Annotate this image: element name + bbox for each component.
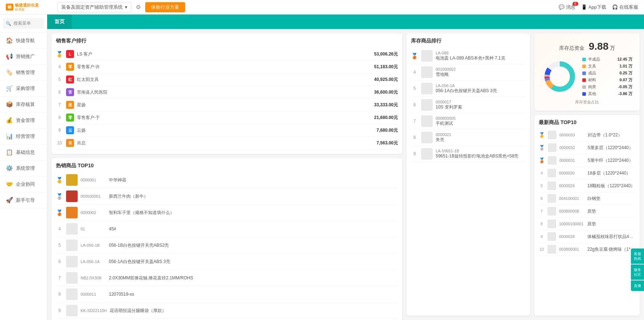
app-label: App下载: [588, 4, 606, 11]
sidebar-item-basics[interactable]: 📋 基础信息: [0, 144, 47, 160]
legend-value: 0.25 万: [620, 70, 632, 76]
legend-value: 1.01 万: [620, 63, 632, 69]
product-code: 000500001: [81, 194, 106, 198]
system-selector[interactable]: 装备及固定资产辅助管理系统 ▾: [57, 2, 131, 12]
sidebar-item-system[interactable]: ⚙️ 系统管理: [0, 160, 47, 176]
product-code: 003800001: [559, 247, 584, 251]
rank-name: 苦南县人民医院: [77, 89, 371, 95]
product-name: 2.0X30MM双捶花轴.捶花直径2.1MM/ROHS: [109, 275, 398, 281]
product-name: 18颗粒板（1220*2440）: [587, 183, 635, 189]
float-btn-hotline[interactable]: 客服热线: [631, 249, 644, 264]
product-image: [421, 83, 433, 94]
rank-amount: 53,006.26元: [374, 51, 398, 57]
sidebar-item-marketing-label: 营销推广: [16, 53, 35, 60]
legend-color-dot: [582, 71, 586, 75]
rank-num: 4: [411, 70, 418, 75]
table-row: 6 0000017 10S 变利罗索: [411, 97, 526, 113]
product-code: 000800008: [559, 209, 584, 213]
float-btn-live[interactable]: 直播: [631, 280, 644, 291]
product-name: 中华神器: [109, 177, 398, 183]
list-item: 5 LA-056-1B 056-1B白色按键开关壳ABS2壳: [56, 237, 398, 254]
sidebar-item-purchase[interactable]: 🛒 采购管理: [0, 81, 47, 97]
search-menu-btn[interactable]: 🔍 搜索菜单: [3, 18, 44, 29]
rank-badge: 肖: [66, 139, 74, 147]
product-image: [547, 181, 556, 190]
sidebar-item-sales-label: 销售管理: [16, 69, 35, 76]
gear-icon[interactable]: ⚙: [136, 4, 141, 11]
legend-label: 材料: [588, 77, 617, 83]
sidebar-item-operations[interactable]: 📊 经营管理: [0, 128, 47, 144]
rank-badge: 零: [66, 63, 74, 71]
product-code: KK-SD22110H: [81, 308, 107, 313]
list-item: 4 0000030 18多层（1220*2440）: [539, 167, 635, 180]
system-icon: ⚙️: [6, 165, 13, 172]
sidebar-item-sales[interactable]: 🏷️ 销售管理: [0, 65, 47, 81]
product-image: [548, 156, 557, 165]
inventory-chart: 半成品 12.45 万 文具 1.01 万 成品 0: [539, 54, 635, 99]
rank-amount: 7,680.00元: [376, 127, 398, 134]
phone-icon: 📱: [581, 4, 587, 10]
list-item: 🥈 000500001 新西兰牛肉（新牛）: [56, 188, 398, 205]
stock-ranking-title: 库存商品排行: [411, 38, 526, 44]
rank-num: 9: [56, 308, 63, 313]
product-image: [421, 148, 433, 160]
rank-num: 6: [539, 196, 545, 201]
legend-color-dot: [582, 92, 586, 96]
product-image: [547, 232, 556, 241]
online-service-btn[interactable]: 🎧 在线客服: [612, 4, 638, 11]
rank-num: 8: [539, 222, 545, 226]
new-products-card: 最新商品 TOP10 🥇 0000033 封边带（1.0*22） 🥈 00: [534, 115, 640, 316]
tab-home-label: 首页: [54, 19, 65, 25]
table-row: 9 LA-59651-1B 59651-1B旋转投影灯电池盒ABS黑色+58壳: [411, 146, 526, 162]
float-btn-community[interactable]: 服务社区: [631, 264, 644, 280]
sidebar-item-finance[interactable]: 💰 资金管理: [0, 112, 47, 128]
product-name: 原垫: [587, 208, 635, 214]
medal-icon: 🥈: [539, 145, 545, 151]
app-download-btn[interactable]: 📱 App下载: [581, 4, 606, 11]
legend-label: 文具: [588, 63, 617, 69]
rank-badge: 苦: [66, 88, 74, 96]
inventory-title: 库存总资金: [559, 45, 584, 51]
tab-home[interactable]: 首页: [47, 15, 72, 29]
product-name: 056-1A白色按键开关盖ABS 3壳: [109, 259, 398, 265]
rank-num: 9: [411, 151, 418, 156]
rank-num: 5: [56, 243, 63, 248]
product-image: [66, 223, 78, 235]
legend-color-dot: [582, 65, 586, 68]
sidebar-item-marketing[interactable]: 📢 营销推广: [0, 49, 47, 65]
list-item: 9 0000028 体械茄枝味苏打饮品400毫升（1*15）: [539, 230, 635, 243]
table-row: 4 001000002 雪地靴: [411, 64, 526, 81]
rank-name: 肖总: [77, 140, 374, 146]
rank-badge: L: [66, 50, 74, 58]
sidebar-item-guide[interactable]: 🚀 新手引导: [0, 192, 47, 208]
hot-products-list: 🥇 0000001 中华神器 🥈 000500001 新西兰牛肉（新牛）: [56, 172, 398, 319]
sidebar-item-operations-label: 经营管理: [16, 133, 35, 140]
list-item: 🥈 0000032 5厘多层（1220*2440）: [539, 141, 635, 154]
sidebar: 🔍 搜索菜单 🏠 快捷导航 📢 营销推广 🏷️ 销售管理 🛒 采购管理 📦 库存…: [0, 15, 47, 320]
rank-num: 9: [539, 234, 545, 239]
guide-icon: 🚀: [6, 197, 13, 204]
product-image: [66, 174, 78, 186]
product-code: 0000002: [81, 210, 106, 215]
sidebar-item-guide-label: 新手引导: [16, 197, 35, 204]
content-header: 首页: [47, 15, 644, 29]
rank-amount: 33,333.00元: [374, 102, 398, 108]
sidebar-item-inventory[interactable]: 📦 库存核算: [0, 97, 47, 112]
list-item: 9 KK-SD22110H 花语萌恒温分腿睡袋（厚款）: [56, 303, 398, 319]
experience-btn[interactable]: 体验行业方案: [145, 2, 185, 12]
rank-num: 6: [411, 102, 418, 107]
product-code: 0000011: [81, 292, 106, 296]
message-btn[interactable]: 💬 消息 6: [559, 4, 575, 11]
logo-text: 畅捷通好生意: [15, 3, 39, 8]
rank-num: 5: [411, 86, 418, 91]
sidebar-item-quicknav[interactable]: 🏠 快捷导航: [0, 33, 47, 49]
product-name: 新西兰牛肉（新牛）: [109, 193, 398, 200]
sidebar-item-collab[interactable]: 🤝 企业协同: [0, 176, 47, 192]
inventory-card: 库存总资金 9.88 万: [534, 33, 640, 111]
list-item: 🥉 0000002 智利车子里（规格不知道填什么）: [56, 205, 398, 221]
medal-icon: 🥉: [411, 53, 418, 60]
table-row: 5 红 红太阳文具 40,925.00元: [56, 73, 398, 86]
product-image: [547, 245, 556, 254]
product-image: [547, 169, 556, 177]
product-image: [547, 194, 556, 203]
